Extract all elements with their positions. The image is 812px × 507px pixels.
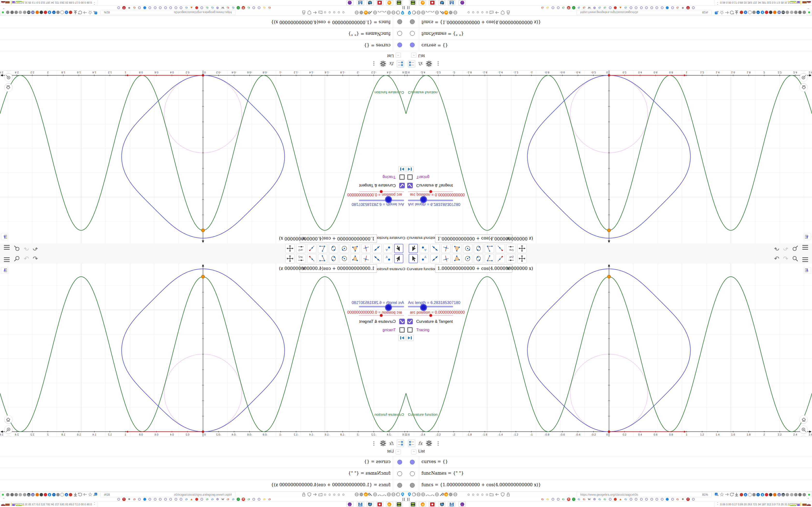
arc-icon[interactable] bbox=[430, 492, 435, 497]
curvature-tangent-checkbox[interactable] bbox=[399, 319, 405, 324]
kebab-menu-icon[interactable] bbox=[370, 59, 377, 67]
menu-icon[interactable] bbox=[801, 242, 810, 253]
algebra-row-curves[interactable]: curves = {} bbox=[0, 456, 406, 468]
download-icon[interactable] bbox=[73, 492, 78, 497]
globe-icon[interactable] bbox=[391, 492, 396, 497]
tool-angle[interactable] bbox=[485, 254, 494, 263]
bookmark-favicon[interactable]: ▲ bbox=[619, 6, 622, 10]
skip-to-end-button[interactable] bbox=[406, 166, 414, 172]
bookmark-favicon[interactable]: G bbox=[231, 497, 235, 501]
curvature-tangent-checkbox[interactable] bbox=[399, 183, 405, 188]
arc-length-slider-label[interactable]: Arc length = 6.283185307180 bbox=[352, 300, 404, 305]
tool-slider[interactable]: a=2 bbox=[507, 244, 516, 253]
taskbar-app-floppy64[interactable]: 64 bbox=[448, 502, 455, 507]
taskbar-app-floppy64[interactable]: 64 bbox=[357, 502, 364, 507]
bookmark-favicon[interactable]: G bbox=[247, 6, 251, 10]
tool-conic[interactable] bbox=[329, 254, 338, 263]
globe-icon[interactable] bbox=[421, 10, 425, 15]
algebra-row-funcnames[interactable]: funcNames = {" "} bbox=[0, 27, 406, 39]
bookmark-favicon[interactable] bbox=[671, 497, 674, 501]
dot-icon[interactable] bbox=[337, 10, 341, 15]
bookmark-favicon[interactable] bbox=[640, 6, 643, 10]
extension-icon[interactable] bbox=[68, 492, 72, 497]
taskbar-app-game[interactable] bbox=[346, 502, 354, 507]
tree-view-icon[interactable] bbox=[408, 60, 415, 67]
dot-icon[interactable] bbox=[471, 492, 475, 497]
swirl-icon[interactable] bbox=[412, 492, 416, 497]
bookmark-favicon[interactable]: G bbox=[577, 497, 581, 501]
globe-icon[interactable] bbox=[416, 10, 421, 15]
tool-polygon[interactable] bbox=[452, 254, 461, 263]
curvature-max-point[interactable] bbox=[608, 229, 611, 232]
bookmark-favicon[interactable] bbox=[153, 6, 157, 10]
bookmark-favicon[interactable]: ▲ bbox=[190, 497, 194, 501]
taskbar-app-game[interactable] bbox=[346, 0, 354, 5]
pin-icon[interactable] bbox=[407, 492, 412, 497]
extension-icon[interactable]: D bbox=[30, 492, 35, 497]
tool-move-graphics-view[interactable] bbox=[286, 254, 295, 263]
globe-icon[interactable] bbox=[453, 492, 458, 497]
bookmark-favicon[interactable]: G bbox=[676, 497, 679, 501]
sidebar-status-button[interactable] bbox=[807, 492, 812, 498]
zoom-in-button[interactable] bbox=[4, 73, 12, 81]
tool-line[interactable] bbox=[430, 254, 440, 263]
arc-icon[interactable] bbox=[377, 10, 382, 15]
bookmark-favicon[interactable] bbox=[660, 497, 664, 501]
tool-point[interactable]: A bbox=[383, 254, 393, 263]
globe-icon[interactable] bbox=[421, 492, 425, 497]
graphics-view[interactable]: -2.6-2.4-2.2-2-1.8-1.6-1.4-1.2-1-0.8-0.6… bbox=[0, 264, 406, 437]
shield-icon[interactable] bbox=[500, 10, 505, 15]
tool-move-graphics-view[interactable] bbox=[517, 244, 526, 253]
graphics-stylebar-toggle[interactable] bbox=[1, 233, 8, 240]
url-bar[interactable]: https://www.geogebra.org/classic/aagcxh3… bbox=[100, 492, 236, 497]
bookmark-favicon[interactable] bbox=[143, 497, 147, 501]
bookmark-favicon[interactable]: ▲ bbox=[619, 497, 622, 501]
kebab-menu-icon[interactable] bbox=[370, 440, 377, 448]
bookmark-favicon[interactable] bbox=[143, 6, 147, 10]
visibility-toggle-funcnames[interactable] bbox=[410, 471, 415, 476]
taskbar-app-package-manager[interactable]: ✸ bbox=[428, 502, 436, 507]
dot-icon[interactable] bbox=[475, 10, 480, 15]
visibility-toggle-funcnames[interactable] bbox=[410, 31, 415, 36]
bookmark-favicon[interactable]: G bbox=[185, 497, 188, 501]
zoom-in-button[interactable] bbox=[800, 426, 808, 434]
bookmark-favicon[interactable] bbox=[169, 497, 173, 501]
bookmark-star-icon[interactable] bbox=[719, 10, 724, 15]
forward-icon[interactable] bbox=[724, 10, 729, 15]
kebab-menu-icon[interactable] bbox=[435, 440, 442, 448]
extension-icon[interactable] bbox=[5, 492, 10, 497]
bookmark-favicon[interactable]: G bbox=[267, 6, 271, 10]
bookmark-favicon[interactable] bbox=[608, 6, 612, 10]
tool-polygon[interactable] bbox=[351, 244, 360, 253]
bookmark-star-icon[interactable] bbox=[719, 492, 724, 497]
home-button[interactable] bbox=[800, 83, 808, 92]
menu-icon[interactable] bbox=[2, 242, 11, 253]
redo-icon[interactable]: ↷ bbox=[22, 254, 31, 263]
bookmark-favicon[interactable]: G bbox=[546, 497, 550, 501]
tool-angle[interactable] bbox=[318, 254, 327, 263]
bookmark-favicon[interactable]: ✸ bbox=[681, 6, 685, 10]
firefox-icon[interactable] bbox=[444, 492, 449, 497]
function-input[interactable]: 1.000000000000 + cos(4.000000000000 x) bbox=[435, 234, 512, 243]
taskbar-app-floppy64[interactable]: 64 bbox=[357, 0, 364, 5]
menu-icon[interactable] bbox=[2, 254, 11, 265]
arc-position-slider-label[interactable]: arc position = 0.000000000000 bbox=[347, 310, 402, 315]
extension-icon[interactable]: + bbox=[51, 10, 56, 15]
tracing-checkbox[interactable] bbox=[399, 327, 405, 333]
download-icon[interactable] bbox=[734, 10, 739, 15]
arc-length-slider-knob[interactable] bbox=[420, 196, 427, 203]
tool-point[interactable]: A bbox=[419, 254, 429, 263]
forward-icon[interactable] bbox=[83, 10, 88, 15]
dot-icon[interactable] bbox=[323, 10, 327, 15]
bookmark-favicon[interactable] bbox=[551, 497, 555, 501]
visibility-toggle-curves[interactable] bbox=[397, 43, 402, 47]
bookmark-favicon[interactable]: G bbox=[185, 6, 188, 10]
extension-icon[interactable] bbox=[9, 492, 14, 497]
extension-icon[interactable]: ⇕ bbox=[47, 10, 52, 15]
taskbar-app-terminal[interactable] bbox=[409, 502, 416, 507]
arc-position-slider-knob[interactable] bbox=[379, 190, 383, 193]
dot-icon[interactable] bbox=[475, 492, 480, 497]
bookmark-favicon[interactable]: G bbox=[205, 6, 209, 10]
bookmark-favicon[interactable] bbox=[629, 6, 633, 10]
tool-circle-with-center[interactable] bbox=[340, 254, 349, 263]
